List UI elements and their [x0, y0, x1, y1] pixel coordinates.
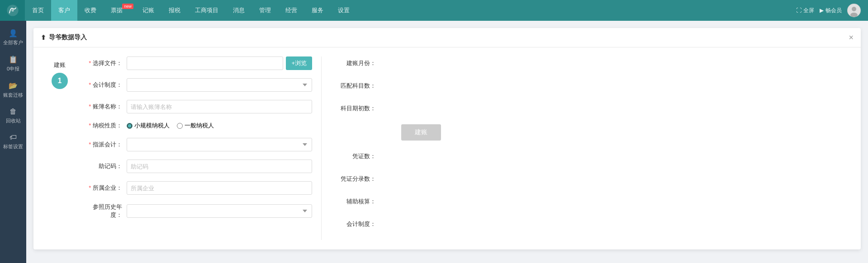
build-month-row: 建账月份：: [340, 56, 503, 70]
voucher-count-value: [380, 150, 503, 163]
nav-item-customers[interactable]: 客户: [51, 0, 77, 21]
nav-item-bookkeeping[interactable]: 记账: [135, 0, 161, 21]
ledger-name-input[interactable]: [127, 100, 312, 113]
nav-item-home[interactable]: 首页: [25, 0, 51, 21]
initial-subjects-label: 科目期初数：: [340, 104, 380, 113]
fullscreen-button[interactable]: ⛶ 全屏: [796, 7, 814, 14]
ledger-name-label: 账簿名称：: [86, 103, 127, 111]
auxiliary-value: [380, 195, 503, 208]
initial-subjects-value: [380, 102, 503, 115]
general-taxpayer-radio[interactable]: [177, 123, 183, 129]
company-label: 所属企业：: [86, 184, 127, 192]
browse-button[interactable]: +浏览: [286, 56, 312, 70]
nav-item-messages[interactable]: 消息: [226, 0, 252, 21]
nav-item-tax[interactable]: 报税: [161, 0, 188, 21]
nav-item-settings[interactable]: 设置: [331, 0, 357, 21]
right-accounting-system-row: 会计制度：: [340, 217, 503, 231]
match-subjects-value: [380, 79, 503, 93]
file-input-wrap: +浏览: [127, 56, 312, 70]
new-badge: new: [122, 4, 133, 9]
tax-type-row: 纳税性质： 小规模纳税人 一般纳税人: [86, 122, 312, 130]
nav-right: ⛶ 全屏 ▶ 畅会员: [796, 4, 868, 17]
accounting-system-label: 会计制度：: [86, 81, 127, 89]
accountant-label: 指派会计：: [86, 141, 127, 149]
sidebar-item-tags[interactable]: 🏷 标签设置: [0, 129, 26, 155]
dialog-body: 建账 1 选择文件： +浏览 会计制度：: [33, 47, 861, 249]
auxiliary-label: 辅助核算：: [340, 197, 380, 206]
history-year-select[interactable]: [127, 204, 312, 218]
dialog-panel: ⬆ 导爷数据导入 × 建账 1 选择文件：: [33, 28, 861, 249]
build-month-label: 建账月份：: [340, 59, 380, 67]
sidebar-item-recycle[interactable]: 🗑 回收站: [0, 103, 26, 129]
small-taxpayer-option[interactable]: 小规模纳税人: [127, 122, 170, 130]
tax-type-radio-group: 小规模纳税人 一般纳税人: [127, 122, 214, 130]
user-avatar[interactable]: [847, 4, 861, 17]
general-taxpayer-option[interactable]: 一般纳税人: [177, 122, 214, 130]
nav-item-invoices[interactable]: 票据 new: [104, 0, 135, 21]
sidebar-item-all-customers[interactable]: 👤 全部客户: [0, 24, 26, 51]
file-label: 选择文件：: [86, 59, 127, 67]
nav-item-management[interactable]: 管理: [252, 0, 278, 21]
step-label: 建账: [54, 61, 66, 69]
vip-button[interactable]: ▶ 畅会员: [820, 7, 842, 14]
accountant-select[interactable]: [127, 138, 312, 151]
voucher-entries-value: [380, 172, 503, 186]
dialog-title: ⬆ 导爷数据导入: [41, 33, 87, 42]
form-left: 选择文件： +浏览 会计制度：: [86, 56, 312, 240]
nav-items: 首页 客户 收费 票据 new 记账 报税 工商项目 消息 管理 经营 服务 设…: [25, 0, 796, 21]
content-area: ⬆ 导爷数据导入 × 建账 1 选择文件：: [26, 21, 868, 263]
memo-label: 助记码：: [86, 162, 127, 170]
accounting-system-select[interactable]: [127, 78, 312, 92]
tax-type-label: 纳税性质：: [86, 122, 127, 130]
upload-icon: ⬆: [41, 34, 46, 41]
nav-item-operations[interactable]: 经营: [278, 0, 304, 21]
svg-point-1: [11, 9, 14, 12]
auxiliary-row: 辅助核算：: [340, 195, 503, 208]
file-text-input[interactable]: [127, 56, 283, 70]
step-section: 建账 1: [52, 56, 68, 240]
top-navigation: 首页 客户 收费 票据 new 记账 报税 工商项目 消息 管理 经营 服务 设…: [0, 0, 868, 21]
sidebar-item-zero-declaration[interactable]: 📋 0申报: [0, 51, 26, 77]
migration-icon: 📂: [9, 81, 18, 90]
nav-item-business[interactable]: 工商项目: [188, 0, 226, 21]
voucher-count-label: 凭证数：: [340, 152, 380, 160]
right-accounting-system-value: [380, 217, 503, 231]
initial-subjects-row: 科目期初数：: [340, 102, 503, 115]
build-month-value: [380, 56, 503, 70]
small-taxpayer-radio[interactable]: [127, 123, 133, 129]
file-row: 选择文件： +浏览: [86, 56, 312, 70]
company-input[interactable]: [127, 181, 312, 195]
logo[interactable]: [0, 0, 25, 21]
svg-point-3: [852, 7, 856, 11]
accounting-system-row: 会计制度：: [86, 78, 312, 92]
form-right: 建账月份： 匹配科目数： 科目期初数： 建账: [322, 56, 503, 240]
voucher-entries-row: 凭证分录数：: [340, 172, 503, 186]
customers-icon: 👤: [9, 29, 18, 38]
voucher-count-row: 凭证数：: [340, 150, 503, 163]
ledger-name-row: 账簿名称：: [86, 100, 312, 113]
match-subjects-row: 匹配科目数：: [340, 79, 503, 93]
history-year-label: 参照历史年度：: [86, 203, 127, 219]
declaration-icon: 📋: [9, 55, 18, 64]
memo-input[interactable]: [127, 160, 312, 173]
recycle-icon: 🗑: [9, 108, 17, 116]
match-subjects-label: 匹配科目数：: [340, 82, 380, 90]
right-accounting-system-label: 会计制度：: [340, 220, 380, 228]
build-account-button[interactable]: 建账: [401, 124, 441, 141]
history-year-row: 参照历史年度：: [86, 203, 312, 219]
company-row: 所属企业：: [86, 181, 312, 195]
accountant-row: 指派会计：: [86, 138, 312, 151]
memo-row: 助记码：: [86, 160, 312, 173]
voucher-entries-label: 凭证分录数：: [340, 175, 380, 183]
dialog-header: ⬆ 导爷数据导入 ×: [33, 28, 861, 47]
tags-icon: 🏷: [9, 133, 17, 141]
sidebar-item-account-migration[interactable]: 📂 账套迁移: [0, 77, 26, 103]
step-circle: 1: [52, 73, 68, 89]
vip-icon: ▶: [820, 7, 824, 14]
nav-item-services[interactable]: 服务: [304, 0, 331, 21]
nav-item-fees[interactable]: 收费: [77, 0, 104, 21]
close-button[interactable]: ×: [849, 33, 854, 42]
fullscreen-icon: ⛶: [796, 7, 802, 14]
main-layout: 👤 全部客户 📋 0申报 📂 账套迁移 🗑 回收站 🏷 标签设置 ⬆ 导爷数: [0, 21, 868, 263]
sidebar: 👤 全部客户 📋 0申报 📂 账套迁移 🗑 回收站 🏷 标签设置: [0, 21, 26, 263]
